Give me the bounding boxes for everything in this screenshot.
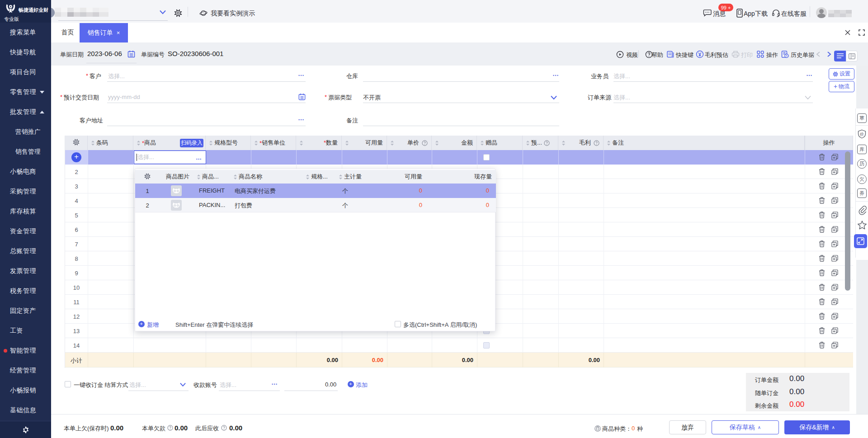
svg-text:价: 价 [859, 132, 864, 137]
